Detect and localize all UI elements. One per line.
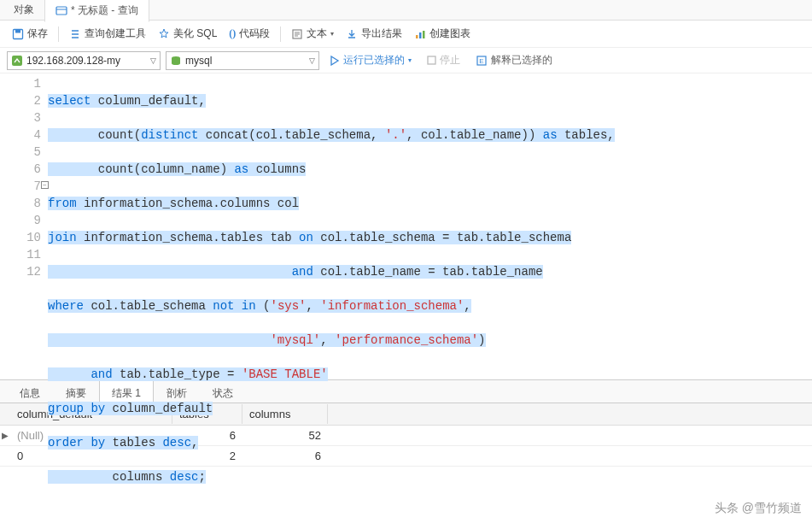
connection-icon xyxy=(11,55,23,67)
svg-rect-7 xyxy=(423,31,425,38)
editor-content[interactable]: select column_default, count(distinct co… xyxy=(48,73,812,379)
beautify-icon xyxy=(158,28,170,40)
query-tab-icon xyxy=(55,4,67,16)
tab-query[interactable]: * 无标题 - 查询 xyxy=(44,0,149,22)
text-icon xyxy=(291,28,303,40)
top-tabs: 对象 * 无标题 - 查询 xyxy=(0,0,812,21)
explain-icon: E xyxy=(476,55,488,67)
connection-bar: 192.168.209.128-my ▽ mysql ▽ 运行已选择的 ▾ 停止… xyxy=(0,48,812,73)
save-label: 保存 xyxy=(27,26,48,41)
svg-rect-8 xyxy=(12,56,22,66)
stop-label: 停止 xyxy=(440,53,460,68)
code-snippet-label: 代码段 xyxy=(239,26,270,41)
chart-label: 创建图表 xyxy=(429,26,470,41)
run-selected-button[interactable]: 运行已选择的 ▾ xyxy=(324,51,417,69)
chevron-down-icon: ▽ xyxy=(150,56,156,65)
chevron-down-icon: ▽ xyxy=(309,56,315,65)
play-icon xyxy=(330,56,340,66)
svg-rect-6 xyxy=(419,32,422,38)
tab-info[interactable]: 信息 xyxy=(7,380,53,403)
separator xyxy=(280,26,281,42)
separator xyxy=(58,26,59,42)
connection-dropdown[interactable]: 192.168.209.128-my ▽ xyxy=(7,51,161,70)
svg-text:E: E xyxy=(479,57,483,65)
save-button[interactable]: 保存 xyxy=(7,23,53,44)
tab-query-label: * 无标题 - 查询 xyxy=(71,3,138,18)
svg-rect-0 xyxy=(56,7,67,15)
export-label: 导出结果 xyxy=(361,26,402,41)
tab-objects-label: 对象 xyxy=(14,3,34,17)
code-snippet-icon: () xyxy=(229,27,236,40)
run-label: 运行已选择的 xyxy=(343,53,405,68)
editor-gutter: 123456 7− 89101112 xyxy=(0,73,48,379)
beautify-label: 美化 SQL xyxy=(173,26,217,41)
query-builder-label: 查询创建工具 xyxy=(85,26,146,41)
svg-rect-5 xyxy=(416,35,418,38)
row-marker-icon: ▶ xyxy=(0,431,10,440)
database-text: mysql xyxy=(185,55,306,67)
database-icon xyxy=(170,55,182,67)
query-builder-icon xyxy=(69,28,81,40)
export-icon xyxy=(346,28,358,40)
stop-icon xyxy=(427,56,436,65)
beautify-sql-button[interactable]: 美化 SQL xyxy=(153,23,222,44)
main-toolbar: 保存 查询创建工具 美化 SQL () 代码段 文本 ▾ 导出结果 创建图表 xyxy=(0,21,812,48)
connection-text: 192.168.209.128-my xyxy=(26,55,147,67)
export-result-button[interactable]: 导出结果 xyxy=(341,23,407,44)
database-dropdown[interactable]: mysql ▽ xyxy=(166,51,319,70)
text-label: 文本 xyxy=(307,26,327,41)
stop-button[interactable]: 停止 xyxy=(422,51,465,69)
create-chart-button[interactable]: 创建图表 xyxy=(409,23,476,44)
explain-selected-button[interactable]: E 解释已选择的 xyxy=(470,51,558,69)
text-button[interactable]: 文本 ▾ xyxy=(286,23,339,44)
svg-rect-10 xyxy=(428,56,435,64)
query-builder-button[interactable]: 查询创建工具 xyxy=(64,23,151,44)
chart-icon xyxy=(414,28,426,40)
code-snippet-button[interactable]: () 代码段 xyxy=(224,23,275,44)
sql-editor[interactable]: 123456 7− 89101112 select column_default… xyxy=(0,73,812,379)
svg-rect-3 xyxy=(15,29,20,32)
explain-label: 解释已选择的 xyxy=(491,53,552,68)
watermark: 头条 @雪竹频道 xyxy=(715,501,802,516)
save-icon xyxy=(12,28,24,40)
tab-objects[interactable]: 对象 xyxy=(3,0,44,21)
